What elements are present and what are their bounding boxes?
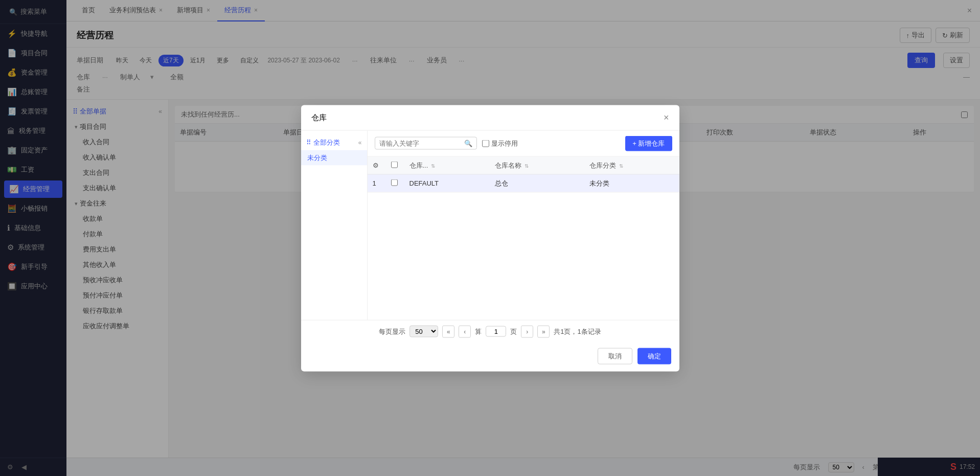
dialog-category-unclassified[interactable]: 未分类 [301,150,367,165]
dialog-last-page-button[interactable]: » [537,325,550,337]
grid-icon2: ⠿ [306,139,311,146]
row-category: 未分类 [584,174,679,192]
row-select-checkbox[interactable] [391,179,398,186]
dialog-table: ⚙ 仓库... ⇅ 仓库名称 ⇅ [368,156,679,192]
dialog-table-header-row: ⚙ 仓库... ⇅ 仓库名称 ⇅ [368,156,679,174]
show-disabled-label: 显示停用 [491,139,518,148]
sort-icon-code[interactable]: ⇅ [431,163,435,168]
th-wh-category-label: 仓库分类 [589,161,616,169]
dialog-actions: 取消 确定 [301,343,679,371]
dialog-table-row[interactable]: 1 DEFAULT 总仓 未分类 [368,174,679,192]
dialog-select-all-checkbox[interactable] [391,161,398,168]
dialog-toolbar: 🔍 显示停用 + 新增仓库 [368,130,679,156]
dialog-left-collapse-icon[interactable]: « [358,139,362,146]
dialog-page-size-select[interactable]: 50 100 [409,326,438,337]
dialog-table-wrap: ⚙ 仓库... ⇅ 仓库名称 ⇅ [368,156,679,320]
dialog-all-category-label: 全部分类 [313,138,340,147]
dialog-footer: 每页显示 50 100 « ‹ 算 页 › » 共1页，1条记录 [301,320,679,343]
show-disabled-checkbox[interactable] [482,140,489,147]
add-warehouse-button[interactable]: + 新增仓库 [625,135,672,151]
dialog-left-panel: ⠿ 全部分类 « 未分类 [301,130,368,320]
row-name: 总仓 [490,174,584,192]
dialog-page-size-label: 每页显示 [379,327,405,336]
dialog-cancel-button[interactable]: 取消 [598,348,632,364]
dialog-first-page-button[interactable]: « [442,325,454,337]
th-wh-code: 仓库... ⇅ [404,156,490,174]
dialog-total: 共1页，1条记录 [554,327,601,336]
th-wh-category: 仓库分类 ⇅ [584,156,679,174]
dialog-page-num-input[interactable] [486,326,506,337]
sort-icon-category[interactable]: ⇅ [619,163,623,168]
search-icon: 🔍 [464,140,472,147]
dialog-pagination: 每页显示 50 100 « ‹ 算 页 › » 共1页，1条记录 [309,325,671,337]
dialog-search-input[interactable] [379,140,464,147]
dialog-right-panel: 🔍 显示停用 + 新增仓库 ⚙ [368,130,679,320]
row-code: DEFAULT [404,174,490,192]
dialog-body: ⠿ 全部分类 « 未分类 🔍 显示停用 + 新增仓库 [301,130,679,320]
row-checkbox[interactable] [386,174,404,192]
dialog-search-wrap[interactable]: 🔍 [375,137,477,150]
dialog-confirm-button[interactable]: 确定 [637,348,671,364]
dialog-prev-page-button[interactable]: ‹ [459,325,471,337]
dialog-next-page-button[interactable]: › [521,325,533,337]
show-disabled-wrap: 显示停用 [482,139,518,148]
th-checkbox [386,156,404,174]
warehouse-dialog: 仓库 × ⠿ 全部分类 « 未分类 🔍 显示停用 [301,105,679,371]
dialog-page-suffix: 页 [510,327,517,336]
dialog-page-label: 算 [475,327,482,336]
th-settings[interactable]: ⚙ [368,156,386,174]
th-wh-code-label: 仓库... [409,161,428,169]
add-warehouse-label: + 新增仓库 [632,139,665,148]
dialog-category-list: 未分类 [301,150,367,315]
th-wh-name-label: 仓库名称 [495,161,521,169]
dialog-header: 仓库 × [301,105,679,130]
row-id: 1 [368,174,386,192]
th-wh-name: 仓库名称 ⇅ [490,156,584,174]
sort-icon-name[interactable]: ⇅ [525,163,529,168]
dialog-title: 仓库 [311,112,327,122]
dialog-left-header[interactable]: ⠿ 全部分类 « [301,134,367,150]
dialog-close-icon[interactable]: × [664,112,669,123]
